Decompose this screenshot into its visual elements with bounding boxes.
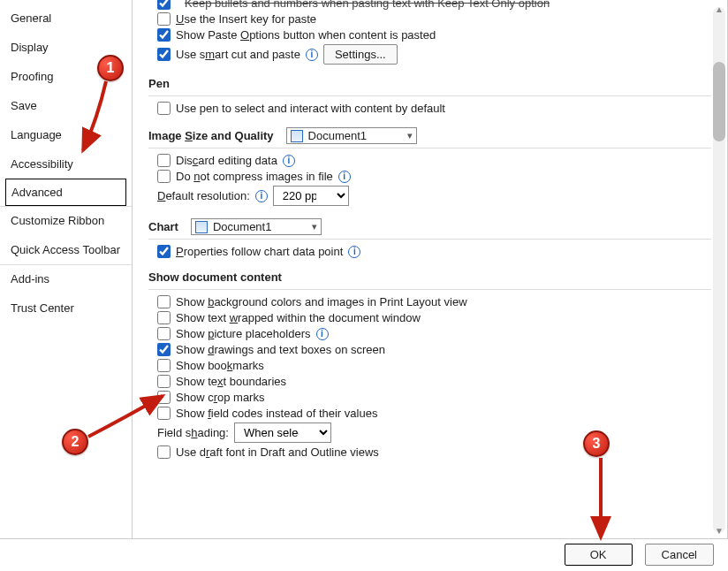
sidebar-item-general[interactable]: General (0, 4, 132, 33)
smart-cut-paste-checkbox[interactable] (157, 48, 171, 61)
show-picture-placeholders-checkbox[interactable] (157, 327, 171, 340)
use-draft-font-label: Use draft font in Draft and Outline view… (176, 445, 379, 459)
sidebar-item-add-ins[interactable]: Add-ins (0, 264, 132, 293)
show-paste-options-label: Show Paste Options button when content i… (176, 28, 436, 42)
image-size-quality-title: Image Size and Quality (148, 129, 274, 142)
use-insert-key-checkbox[interactable] (157, 12, 171, 26)
advanced-options-panel: Keep bullets and numbers when pasting te… (133, 0, 727, 538)
sidebar-item-save[interactable]: Save (0, 91, 132, 120)
sidebar-label: Customize Ribbon (11, 214, 104, 227)
sidebar-item-advanced[interactable]: Advanced (5, 179, 126, 206)
scroll-up-arrow[interactable]: ▲ (713, 4, 725, 16)
default-resolution-label: Default resolution: (157, 189, 250, 202)
document-icon (291, 130, 303, 142)
smart-cut-paste-label: Use smart cut and paste (176, 48, 300, 61)
chevron-down-icon: ▾ (312, 221, 317, 232)
field-shading-combo[interactable]: When selected (234, 423, 331, 443)
show-crop-marks-checkbox[interactable] (157, 391, 171, 404)
chevron-down-icon: ▾ (407, 130, 413, 141)
sidebar-label: General (11, 11, 51, 25)
show-text-boundaries-label: Show text boundaries (176, 375, 286, 388)
chart-section-title: Chart (148, 220, 178, 233)
annotation-badge-1: 1 (97, 55, 124, 81)
info-icon[interactable]: i (316, 328, 329, 340)
discard-editing-data-label: Discard editing data (176, 154, 277, 167)
show-text-wrapped-label: Show text wrapped within the document wi… (176, 311, 421, 324)
use-draft-font-checkbox[interactable] (157, 445, 171, 459)
use-insert-key-label: Use the Insert key for paste (176, 12, 316, 26)
field-shading-label: Field shading: (157, 426, 229, 439)
sidebar-item-trust-center[interactable]: Trust Center (0, 293, 132, 323)
keep-bullets-checkbox[interactable] (157, 0, 171, 10)
sidebar-label: Quick Access Toolbar (11, 243, 120, 256)
info-icon[interactable]: i (283, 155, 295, 167)
sidebar-label: Advanced (11, 186, 63, 199)
ok-button[interactable]: OK (565, 544, 633, 566)
show-picture-placeholders-label: Show picture placeholders (176, 327, 311, 340)
chart-properties-follow-label: Properties follow chart data point (176, 245, 343, 258)
info-icon[interactable]: i (306, 49, 318, 61)
sidebar-item-customize-ribbon[interactable]: Customize Ribbon (0, 206, 132, 235)
show-doc-content-title: Show document content (148, 270, 711, 284)
sidebar-item-quick-access-toolbar[interactable]: Quick Access Toolbar (0, 235, 132, 264)
chart-properties-follow-checkbox[interactable] (157, 245, 171, 258)
info-icon[interactable]: i (348, 246, 360, 258)
show-bg-colors-label: Show background colors and images in Pri… (176, 295, 467, 308)
image-doc-value: Document1 (308, 129, 367, 142)
show-text-wrapped-checkbox[interactable] (157, 311, 171, 324)
use-pen-default-label: Use pen to select and interact with cont… (176, 102, 445, 115)
sidebar-label: Display (11, 41, 49, 54)
scrollbar-thumb[interactable] (713, 62, 725, 141)
sidebar-label: Proofing (11, 70, 53, 83)
show-text-boundaries-checkbox[interactable] (157, 375, 171, 388)
scroll-down-arrow[interactable]: ▼ (713, 525, 725, 537)
show-bookmarks-label: Show bookmarks (176, 359, 264, 372)
show-field-codes-label: Show field codes instead of their values (176, 407, 377, 420)
show-drawings-checkbox[interactable] (157, 343, 171, 356)
sidebar-label: Save (11, 99, 37, 112)
image-target-doc-combo[interactable]: Document1 ▾ (286, 127, 417, 144)
document-icon (195, 221, 208, 233)
default-resolution-combo[interactable]: 220 ppi (273, 186, 349, 206)
show-field-codes-checkbox[interactable] (157, 407, 171, 420)
use-pen-default-checkbox[interactable] (157, 102, 171, 115)
pen-section-title: Pen (148, 77, 711, 90)
keep-bullets-label: Keep bullets and numbers when pasting te… (185, 0, 550, 10)
info-icon[interactable]: i (338, 171, 351, 183)
settings-button[interactable]: Settings... (323, 44, 398, 65)
sidebar-label: Language (11, 128, 62, 141)
sidebar-label: Accessibility (11, 157, 73, 171)
discard-editing-data-checkbox[interactable] (157, 154, 171, 167)
sidebar-item-accessibility[interactable]: Accessibility (0, 149, 132, 179)
sidebar-label: Add-ins (11, 272, 49, 286)
no-compress-images-label: Do not compress images in file (176, 170, 333, 183)
annotation-badge-2: 2 (62, 429, 88, 455)
show-paste-options-checkbox[interactable] (157, 28, 171, 42)
chart-doc-value: Document1 (213, 220, 271, 233)
info-icon[interactable]: i (255, 190, 268, 202)
show-drawings-label: Show drawings and text boxes on screen (176, 343, 385, 356)
no-compress-images-checkbox[interactable] (157, 170, 171, 183)
dialog-footer: OK Cancel (565, 544, 714, 566)
show-bookmarks-checkbox[interactable] (157, 359, 171, 372)
chart-target-doc-combo[interactable]: Document1 ▾ (191, 218, 322, 235)
sidebar-item-language[interactable]: Language (0, 120, 132, 149)
cancel-button[interactable]: Cancel (645, 544, 714, 566)
show-crop-marks-label: Show crop marks (176, 391, 264, 404)
sidebar-label: Trust Center (11, 301, 74, 315)
show-bg-colors-checkbox[interactable] (157, 295, 171, 308)
annotation-badge-3: 3 (583, 430, 610, 457)
